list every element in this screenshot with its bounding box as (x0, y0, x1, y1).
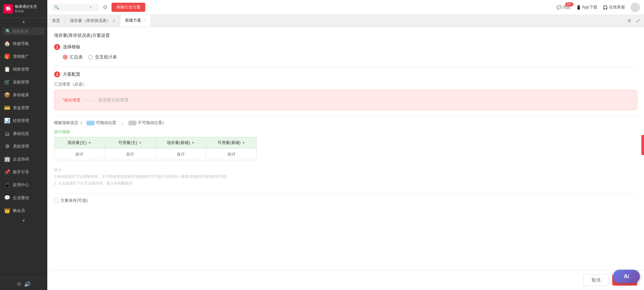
undraggable-badge: 不可拖动位置） (128, 120, 166, 126)
radio-cross-label: 交叉统计表 (95, 54, 117, 60)
sidebar-item-sales[interactable]: 📋 销售管理 (0, 63, 47, 76)
col-1-chevron[interactable]: ▼ (139, 141, 142, 145)
sidebar-item-label: 快捷导航 (13, 41, 29, 47)
sidebar-item-marketing[interactable]: 🎁 营销推广 (0, 50, 47, 63)
sidebar-item-member[interactable]: 👑 畅会员 (0, 204, 47, 217)
sidebar-search-box[interactable]: 🔍 (3, 27, 45, 35)
newbie-icon: 📌 (4, 169, 10, 175)
sidebar-scroll-up[interactable]: ▲ (0, 18, 47, 25)
chevron-down-icon: ▼ (89, 5, 92, 9)
tab-home[interactable]: 首页 (47, 15, 65, 27)
sidebar-item-label: 系统管理 (13, 144, 29, 149)
user-avatar[interactable] (630, 3, 640, 12)
draggable-badge: 可拖动位置 (86, 120, 116, 126)
col-0-header[interactable]: 现存量(主) ▼ (54, 137, 105, 149)
online-service-label: 在线客服 (609, 4, 625, 10)
col-3-cell: 合计 (206, 149, 256, 160)
inventory-icon: 📦 (4, 92, 10, 98)
draggable-label: 可拖动位置 (96, 120, 116, 126)
tab-actions: ✕ ⤢ (626, 17, 644, 25)
tip2: 2. 点击标题栏下拉可设置排序、插入列和删除列 (54, 180, 637, 187)
radio-summary[interactable]: 汇总表 (63, 54, 83, 60)
topbar: 🔍 ▼ ⚙ 体验行业方案 💬 消息 99+ 📱 App下载 🎧 在线客服 (47, 0, 644, 15)
tips-title: 提示： (54, 168, 65, 172)
undraggable-label: 不可拖动位置） (138, 120, 166, 126)
section1-label: 选择模板 (63, 44, 80, 50)
main-area: 🔍 ▼ ⚙ 体验行业方案 💬 消息 99+ 📱 App下载 🎧 在线客服 (47, 0, 644, 290)
indicator-section: 模板指标设定（ 可拖动位置 ， 不可拖动位置） 统计指标 (54, 120, 637, 187)
undraggable-box (128, 121, 137, 125)
col-2-header[interactable]: 现存量(基辅) ▼ (156, 137, 206, 149)
tab-home-label: 首页 (52, 18, 60, 24)
sidebar-item-purchase[interactable]: 🛒 采购管理 (0, 76, 47, 89)
sidebar-item-quick-nav[interactable]: 🏠 快捷导航 (0, 37, 47, 50)
sidebar-item-newbie[interactable]: 📌 新手引导 (0, 166, 47, 178)
sidebar-item-enterprise[interactable]: 🏢 企业协同 (0, 153, 47, 166)
indicator-setting-label: 模板指标设定（ (54, 120, 82, 126)
draggable-box (86, 121, 95, 125)
gift-icon: 🎁 (4, 53, 10, 59)
radio-summary-label: 汇总表 (70, 54, 83, 60)
divider3 (54, 193, 637, 194)
dimension-box[interactable]: *纵向维度 —— 请选择分组维度 (54, 90, 637, 110)
tab-new-plan[interactable]: 新建方案 ✕ (120, 15, 151, 27)
topbar-search-input[interactable] (60, 5, 88, 10)
settings-icon[interactable]: ⚙ (17, 281, 21, 287)
gear-icon[interactable]: ⚙ (101, 3, 109, 12)
topbar-search-icon: 🔍 (54, 5, 59, 10)
dimension-required: *纵向维度 (63, 97, 80, 103)
app-download-button[interactable]: 📱 App下载 (576, 4, 597, 10)
sidebar-item-base-info[interactable]: 🗂 基础信息 (0, 127, 47, 140)
sidebar-item-operations[interactable]: 📊 经营管理 (0, 114, 47, 127)
col-1: 可用量(主) ▼ (105, 137, 156, 149)
tab-inventory[interactable]: 现存量（库存状况表） ✕ (65, 15, 120, 27)
col-1-header[interactable]: 可用量(主) ▼ (105, 137, 155, 149)
logo-text: 畅康通好生意 标准版 (15, 4, 37, 13)
topbar-search-box[interactable]: 🔍 ▼ (51, 4, 99, 11)
ai-bubble[interactable]: Ai (613, 270, 640, 283)
col-2-chevron[interactable]: ▼ (191, 141, 195, 145)
expand-panel-button[interactable]: ⤢ (634, 17, 641, 25)
section2-label: 方案配置 (63, 71, 80, 77)
sidebar-item-inventory[interactable]: 📦 库存核算 (0, 89, 47, 101)
col-3-chevron[interactable]: ▼ (242, 141, 245, 145)
app-download-label: App下载 (582, 4, 597, 10)
sidebar-item-system[interactable]: ⚙ 系统管理 (0, 140, 47, 153)
tab-inventory-close[interactable]: ✕ (113, 19, 115, 23)
cancel-button[interactable]: 取消 (583, 274, 609, 286)
stats-label: 统计指标 (54, 129, 637, 135)
section-config: 2 方案配置 汇总维度（必选） *纵向维度 —— 请选择分组维度 模板指标设定（… (54, 71, 637, 187)
radio-summary-btn[interactable] (63, 55, 68, 59)
col-0-header-text: 现存量(主) (68, 140, 86, 146)
close-panel-button[interactable]: ✕ (626, 17, 633, 25)
sidebar-logo: 畅 畅康通好生意 标准版 (0, 0, 47, 18)
app-center-icon: 📱 (4, 182, 10, 188)
wechat-icon: 💬 (4, 195, 10, 201)
member-icon: 👑 (4, 208, 10, 214)
col-3-header[interactable]: 可用量(基辅) ▼ (206, 137, 256, 149)
save-checkbox[interactable] (54, 198, 58, 203)
search-input[interactable] (12, 29, 42, 34)
enterprise-icon: 🏢 (4, 156, 10, 162)
sidebar-item-app-center[interactable]: 📱 应用中心 (0, 178, 47, 191)
trial-industry-button[interactable]: 体验行业方案 (112, 3, 145, 12)
radio-cross[interactable]: 交叉统计表 (88, 54, 117, 60)
col-2-body: 合计 (156, 149, 206, 160)
radio-cross-btn[interactable] (88, 55, 93, 59)
col-3-header-text: 可用量(基辅) (218, 140, 241, 146)
col-0-chevron[interactable]: ▼ (88, 141, 91, 145)
message-button[interactable]: 💬 消息 99+ (556, 4, 571, 10)
sound-icon[interactable]: 🔊 (24, 281, 31, 287)
mobile-icon: 📱 (576, 5, 581, 10)
sidebar-item-wechat[interactable]: 💬 企业微信 (0, 191, 47, 204)
message-icon: 💬 (556, 5, 562, 10)
online-service-button[interactable]: 🎧 在线客服 (603, 4, 625, 10)
summary-dim-section: 汇总维度（必选） *纵向维度 —— 请选择分组维度 (54, 81, 637, 110)
operations-icon: 📊 (4, 118, 10, 124)
sidebar-item-label: 经营管理 (13, 118, 29, 124)
sidebar-scroll-down[interactable]: ▼ (0, 217, 47, 224)
system-icon: ⚙ (4, 143, 10, 149)
right-edge-indicator (641, 135, 644, 155)
sidebar-item-finance[interactable]: 💳 资金管理 (0, 101, 47, 114)
tab-new-plan-close[interactable]: ✕ (143, 19, 146, 22)
